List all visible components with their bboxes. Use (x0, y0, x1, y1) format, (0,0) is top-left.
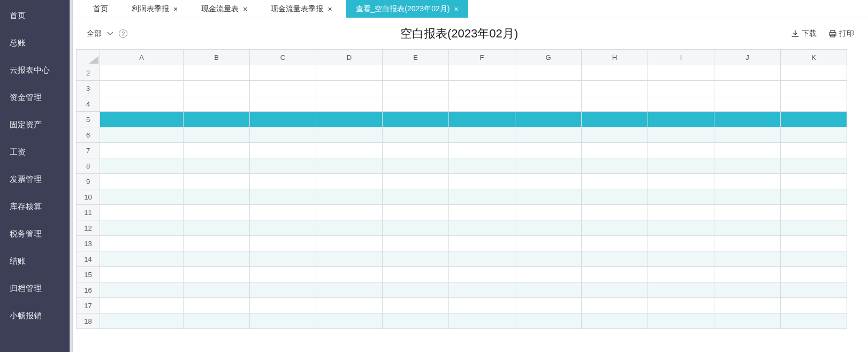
cell-I13[interactable] (648, 236, 714, 251)
sidebar-item-0[interactable]: 首页 (0, 2, 70, 29)
cell-I2[interactable] (648, 65, 714, 81)
cell-J7[interactable] (714, 143, 781, 158)
cell-F2[interactable] (449, 65, 515, 81)
cell-E15[interactable] (383, 267, 449, 282)
cell-B4[interactable] (184, 96, 250, 112)
cell-J5[interactable] (714, 112, 781, 127)
cell-K12[interactable] (781, 220, 847, 236)
close-icon[interactable]: × (328, 5, 332, 13)
cell-C15[interactable] (250, 267, 316, 282)
close-icon[interactable]: × (454, 5, 458, 13)
cell-A16[interactable] (100, 282, 184, 298)
cell-J2[interactable] (714, 65, 781, 81)
cell-D2[interactable] (316, 65, 383, 81)
row-header-18[interactable]: 18 (77, 313, 100, 329)
cell-K16[interactable] (781, 282, 847, 298)
cell-H5[interactable] (582, 112, 648, 127)
cell-D17[interactable] (316, 298, 383, 313)
cell-I10[interactable] (648, 189, 714, 205)
cell-F4[interactable] (449, 96, 515, 112)
cell-G11[interactable] (515, 205, 582, 220)
cell-E11[interactable] (383, 205, 449, 220)
col-header-D[interactable]: D (316, 50, 383, 65)
cell-D4[interactable] (316, 96, 383, 112)
cell-F7[interactable] (449, 143, 515, 158)
cell-C8[interactable] (250, 158, 316, 174)
cell-B2[interactable] (184, 65, 250, 81)
download-button[interactable]: 下载 (791, 29, 817, 39)
cell-F11[interactable] (449, 205, 515, 220)
cell-I18[interactable] (648, 313, 714, 329)
cell-C18[interactable] (250, 313, 316, 329)
cell-A14[interactable] (100, 251, 184, 267)
row-header-4[interactable]: 4 (77, 96, 100, 112)
cell-K18[interactable] (781, 313, 847, 329)
cell-D14[interactable] (316, 251, 383, 267)
cell-J4[interactable] (714, 96, 781, 112)
cell-K4[interactable] (781, 96, 847, 112)
cell-E9[interactable] (383, 174, 449, 189)
cell-J12[interactable] (714, 220, 781, 236)
cell-F5[interactable] (449, 112, 515, 127)
cell-C11[interactable] (250, 205, 316, 220)
cell-C17[interactable] (250, 298, 316, 313)
cell-K5[interactable] (781, 112, 847, 127)
cell-J8[interactable] (714, 158, 781, 174)
col-header-A[interactable]: A (100, 50, 184, 65)
cell-A9[interactable] (100, 174, 184, 189)
cell-K9[interactable] (781, 174, 847, 189)
sidebar-item-5[interactable]: 工资 (0, 139, 70, 166)
cell-H3[interactable] (582, 81, 648, 96)
cell-H16[interactable] (582, 282, 648, 298)
cell-F13[interactable] (449, 236, 515, 251)
sidebar-item-10[interactable]: 归档管理 (0, 275, 70, 302)
row-header-10[interactable]: 10 (77, 189, 100, 205)
cell-F8[interactable] (449, 158, 515, 174)
cell-I15[interactable] (648, 267, 714, 282)
cell-D11[interactable] (316, 205, 383, 220)
row-header-12[interactable]: 12 (77, 220, 100, 236)
cell-H6[interactable] (582, 127, 648, 143)
col-header-J[interactable]: J (714, 50, 781, 65)
cell-J11[interactable] (714, 205, 781, 220)
cell-I14[interactable] (648, 251, 714, 267)
cell-F17[interactable] (449, 298, 515, 313)
cell-E13[interactable] (383, 236, 449, 251)
cell-G6[interactable] (515, 127, 582, 143)
cell-J17[interactable] (714, 298, 781, 313)
cell-I4[interactable] (648, 96, 714, 112)
close-icon[interactable]: × (243, 5, 247, 13)
cell-H7[interactable] (582, 143, 648, 158)
cell-F10[interactable] (449, 189, 515, 205)
cell-E4[interactable] (383, 96, 449, 112)
cell-B16[interactable] (184, 282, 250, 298)
cell-I3[interactable] (648, 81, 714, 96)
cell-E3[interactable] (383, 81, 449, 96)
tab-0[interactable]: 首页 (83, 0, 118, 18)
spreadsheet[interactable]: ABCDEFGHIJK23456789101112131415161718 (73, 49, 868, 352)
cell-H2[interactable] (582, 65, 648, 81)
tab-4[interactable]: 查看_空白报表(2023年02月)× (346, 0, 468, 18)
cell-K10[interactable] (781, 189, 847, 205)
cell-K14[interactable] (781, 251, 847, 267)
cell-G13[interactable] (515, 236, 582, 251)
tab-1[interactable]: 利润表季报× (122, 0, 187, 18)
cell-K11[interactable] (781, 205, 847, 220)
cell-E17[interactable] (383, 298, 449, 313)
sidebar-item-7[interactable]: 库存核算 (0, 193, 70, 220)
cell-G10[interactable] (515, 189, 582, 205)
cell-I7[interactable] (648, 143, 714, 158)
cell-F14[interactable] (449, 251, 515, 267)
cell-G17[interactable] (515, 298, 582, 313)
sidebar-item-3[interactable]: 资金管理 (0, 84, 70, 111)
cell-F3[interactable] (449, 81, 515, 96)
sidebar-item-9[interactable]: 结账 (0, 248, 70, 275)
cell-G7[interactable] (515, 143, 582, 158)
cell-A17[interactable] (100, 298, 184, 313)
cell-H4[interactable] (582, 96, 648, 112)
cell-G18[interactable] (515, 313, 582, 329)
cell-C6[interactable] (250, 127, 316, 143)
cell-G9[interactable] (515, 174, 582, 189)
cell-D9[interactable] (316, 174, 383, 189)
row-header-3[interactable]: 3 (77, 81, 100, 96)
